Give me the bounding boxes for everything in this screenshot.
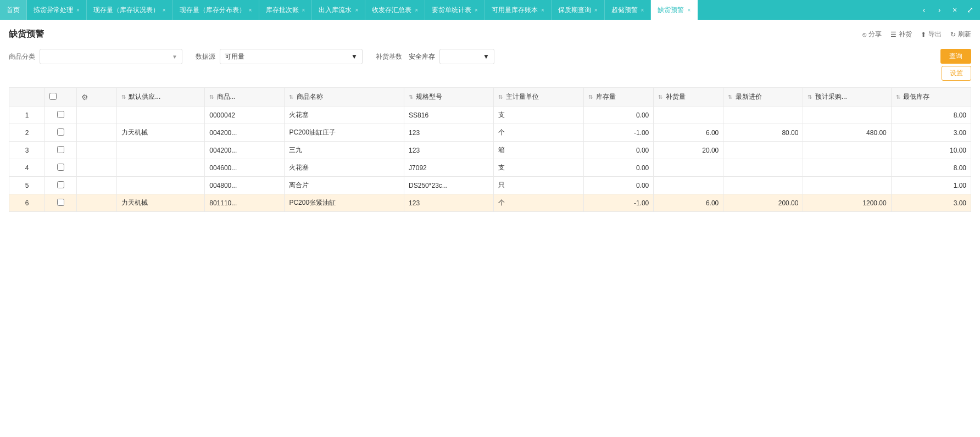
cell-supplier-1: 力天机械 [116,124,204,142]
nav-tab-receipt-summary[interactable]: 收发存汇总表 × [365,0,425,20]
category-select[interactable]: ▼ [40,49,182,64]
replenish-button[interactable]: ☰ 补货 [890,30,912,39]
nav-tab-stockout-warning[interactable]: 缺货预警 × [651,0,698,20]
col-header-supplier[interactable]: ⇅ 默认供应... [116,88,204,107]
close-tab-batch-account[interactable]: × [302,7,305,13]
cell-check-5 [45,194,77,212]
cell-settings-2 [77,142,117,159]
cell-num-0: 1 [9,107,45,124]
sort-stock-icon: ⇅ [588,94,593,100]
close-tab-exception[interactable]: × [76,7,80,13]
close-tab-receipt-summary[interactable]: × [415,7,418,13]
close-tab-inout-flow[interactable]: × [355,7,358,13]
cell-name-2: 三九 [285,142,404,159]
share-button[interactable]: ⎋ 分享 [862,30,882,39]
cell-min-stock-3: 8.00 [891,159,971,177]
cell-spec-4: DS250*23c... [404,177,494,194]
cell-settings-1 [77,124,117,142]
close-tab-available-ledger[interactable]: × [541,7,544,13]
nav-tab-stock-dist[interactable]: 现存量（库存分布表） × [173,0,259,20]
cell-check-4 [45,177,77,194]
col-header-min-stock[interactable]: ⇅ 最低库存 [891,88,971,107]
cell-code-5: 801110... [205,194,285,212]
col-header-code[interactable]: ⇅ 商品... [205,88,285,107]
col-header-name[interactable]: ⇅ 商品名称 [285,88,404,107]
col-header-stock[interactable]: ⇅ 库存量 [584,88,654,107]
nav-fullscreen-button[interactable]: ⤢ [962,2,978,18]
row-checkbox-4[interactable] [57,181,64,188]
col-header-replenish[interactable]: ⇅ 补货量 [654,88,723,107]
cell-num-5: 6 [9,194,45,212]
row-checkbox-3[interactable] [57,164,64,171]
table-header-row: ⚙ ⇅ 默认供应... ⇅ 商品... ⇅ 商品名称 ⇅ 规格型号 [9,88,971,107]
nav-tab-stock-status[interactable]: 现存量（库存状况表） × [87,0,173,20]
row-checkbox-2[interactable] [57,146,64,153]
table-settings-icon[interactable]: ⚙ [81,93,88,102]
sort-code-icon: ⇅ [209,94,214,100]
datasource-filter-label: 数据源 [196,52,215,61]
close-tab-stockout-warning[interactable]: × [687,7,691,13]
row-checkbox-1[interactable] [57,128,64,136]
select-all-checkbox[interactable] [49,93,57,100]
nav-close-button[interactable]: × [947,2,962,18]
settings-button[interactable]: 设置 [942,66,971,81]
cell-check-1 [45,124,77,142]
cell-code-0: 0000042 [205,107,285,124]
datasource-select[interactable]: 可用量 ▼ [220,49,363,64]
cell-supplier-3 [116,159,204,177]
cell-settings-5 [77,194,117,212]
basis-select[interactable]: ▼ [439,49,494,64]
cell-code-1: 004200... [205,124,285,142]
col-header-latest-price[interactable]: ⇅ 最新进价 [723,88,803,107]
cell-unit-4: 只 [494,177,584,194]
nav-tab-available-ledger[interactable]: 可用量库存账本 × [485,0,552,20]
nav-tab-inout-flow[interactable]: 出入库流水 × [312,0,365,20]
cell-supplier-2 [116,142,204,159]
cell-num-2: 3 [9,142,45,159]
table-row: 6 力天机械 801110... PC200张紧油缸 123 个 -1.00 6… [9,194,971,212]
close-tab-demand-stats[interactable]: × [475,7,478,13]
col-header-estimated[interactable]: ⇅ 预计采购... [803,88,891,107]
cell-spec-5: 123 [404,194,494,212]
close-tab-expiry-query[interactable]: × [594,7,598,13]
cell-min-stock-0: 8.00 [891,107,971,124]
cell-latest-price-0 [723,107,803,124]
cell-num-1: 2 [9,124,45,142]
cell-latest-price-4 [723,177,803,194]
query-button[interactable]: 查询 [940,49,971,64]
cell-spec-2: 123 [404,142,494,159]
cell-unit-2: 箱 [494,142,584,159]
nav-tab-demand-stats[interactable]: 要货单统计表 × [425,0,485,20]
row-checkbox-5[interactable] [57,199,64,206]
sort-name-icon: ⇅ [289,94,293,100]
category-chevron-icon: ▼ [172,54,177,60]
cell-estimated-3 [803,159,891,177]
basis-filter-group: 补货基数 安全库存 ▼ [376,49,494,64]
cell-replenish-3 [654,159,723,177]
cell-code-4: 004800... [205,177,285,194]
basis-filter-value: 安全库存 [409,52,435,61]
nav-tab-home[interactable]: 首页 [0,0,27,20]
table-row: 1 0000042 火花塞 SS816 支 0.00 8.00 [9,107,971,124]
cell-spec-3: J7092 [404,159,494,177]
export-button[interactable]: ⬆ 导出 [921,30,942,39]
cell-replenish-5: 6.00 [654,194,723,212]
nav-tab-batch-account[interactable]: 库存批次账 × [259,0,313,20]
refresh-button[interactable]: ↻ 刷新 [950,30,971,39]
close-tab-overstock-warning[interactable]: × [641,7,644,13]
col-header-unit[interactable]: ⇅ 主计量单位 [494,88,584,107]
close-tab-stock-status[interactable]: × [163,7,166,13]
nav-tab-exception[interactable]: 拣货异常处理 × [27,0,87,20]
cell-stock-3: 0.00 [584,159,654,177]
nav-next-button[interactable]: › [932,2,947,18]
sort-spec-icon: ⇅ [409,94,413,100]
table-row: 4 004600... 火花塞 J7092 支 0.00 8.00 [9,159,971,177]
row-checkbox-0[interactable] [57,111,64,118]
nav-prev-button[interactable]: ‹ [916,2,932,18]
cell-name-4: 离合片 [285,177,404,194]
cell-latest-price-3 [723,159,803,177]
nav-tab-expiry-query[interactable]: 保质期查询 × [552,0,605,20]
nav-tab-overstock-warning[interactable]: 超储预警 × [605,0,652,20]
col-header-spec[interactable]: ⇅ 规格型号 [404,88,494,107]
close-tab-stock-dist[interactable]: × [249,7,252,13]
